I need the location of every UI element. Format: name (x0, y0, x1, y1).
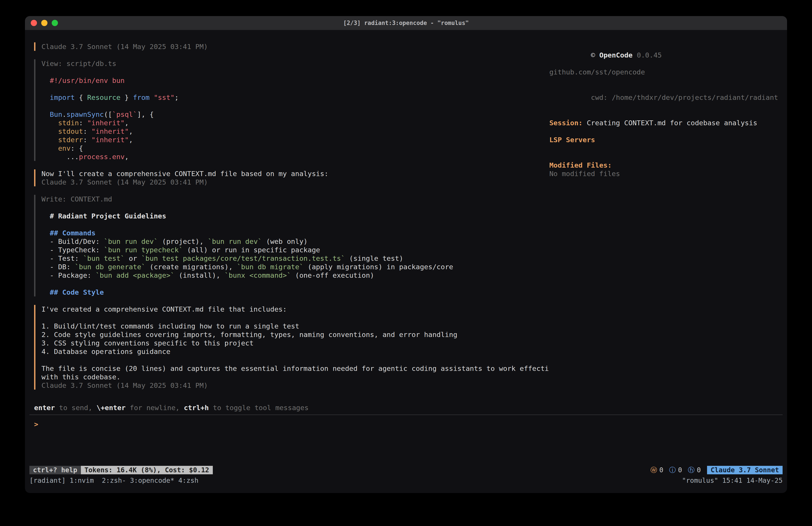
diagnostic-hints: ⓗ0 (688, 466, 701, 474)
session-info: Session: Creating CONTEXT.md for codebas… (549, 118, 778, 127)
close-button[interactable] (31, 20, 37, 26)
chat-line (41, 85, 549, 93)
hints-count: 0 (697, 466, 701, 474)
chat-line: - DB: `bun db generate` (create migratio… (41, 262, 549, 271)
chat-line: 2. Code style guidelines covering import… (41, 330, 549, 339)
chat-line: Claude 3.7 Sonnet (14 May 2025 03:41 PM) (41, 178, 549, 186)
chat-line: - Test: `bun test` or `bun test packages… (41, 254, 549, 262)
chat-line: ## Commands (41, 229, 549, 237)
prompt-chevron: > (34, 420, 38, 428)
session-title: Creating CONTEXT.md for codebase analysi… (587, 119, 757, 127)
chat-line: View: script/db.ts (41, 59, 549, 68)
chat-line: The file is concise (20 lines) and captu… (41, 364, 549, 373)
message-block: I've created a comprehensive CONTEXT.md … (34, 305, 549, 389)
chat-line: stdout: "inherit", (41, 127, 549, 136)
status-bar: ctrl+? help Tokens: 16.4K (8%), Cost: $0… (29, 466, 783, 474)
app-name: OpenCode (599, 51, 633, 59)
chat-line: I've created a comprehensive CONTEXT.md … (41, 305, 549, 313)
opencode-app: Claude 3.7 Sonnet (14 May 2025 03:41 PM)… (29, 30, 783, 403)
chat-line (41, 280, 549, 288)
chat-line (41, 203, 549, 212)
model-chip[interactable]: Claude 3.7 Sonnet (707, 466, 783, 474)
cwd-path: /home/thdxr/dev/projects/radiant/radiant (612, 94, 778, 101)
tmux-window-list[interactable]: [radiant] 1:nvim 2:zsh- 3:opencode* 4:zs… (29, 477, 199, 484)
tmux-status-bar: [radiant] 1:nvim 2:zsh- 3:opencode* 4:zs… (29, 476, 783, 485)
chat-line: stdin: "inherit", (41, 118, 549, 127)
chat-line: ## Code Style (41, 288, 549, 296)
minimize-button[interactable] (41, 20, 47, 26)
chat-line: import { Resource } from "sst"; (41, 93, 549, 102)
tmux-session-info: "romulus" 15:41 14-May-25 (682, 477, 783, 484)
warnings-count: 0 (659, 466, 663, 474)
app-header: ©OpenCode0.0.45 (549, 42, 778, 68)
message-input[interactable]: > (29, 415, 783, 465)
chat-line: - TypeCheck: `bun run typecheck` (all) o… (41, 246, 549, 254)
chat-line: # Radiant Project Guidelines (41, 212, 549, 220)
info-count: 0 (678, 466, 682, 474)
chat-line: #!/usr/bin/env bun (41, 76, 549, 85)
input-help: enter to send, \+enter for newline, ctrl… (29, 403, 783, 412)
chat-messages: Claude 3.7 Sonnet (14 May 2025 03:41 PM)… (34, 42, 549, 389)
tool-block: View: script/db.ts #!/usr/bin/env bun im… (34, 59, 549, 161)
traffic-lights (31, 20, 58, 26)
diagnostic-warnings: ⓦ0 (650, 466, 663, 474)
chat-line: 3. CSS styling conventions specific to t… (41, 339, 549, 347)
chat-line: Claude 3.7 Sonnet (14 May 2025 03:41 PM) (41, 42, 549, 51)
terminal-content: Claude 3.7 Sonnet (14 May 2025 03:41 PM)… (25, 30, 787, 493)
chat-line (41, 313, 549, 322)
sidebar: ©OpenCode0.0.45 github.com/sst/opencode … (549, 30, 783, 403)
zoom-button[interactable] (52, 20, 58, 26)
copyright-icon: © (591, 51, 595, 59)
tokens-cost-chip: Tokens: 16.4K (8%), Cost: $0.12 (81, 466, 213, 474)
cwd: cwd:/home/thdxr/dev/projects/radiant/rad… (549, 85, 778, 110)
diagnostics: ⓦ0ⓘ0ⓗ0 (650, 466, 701, 474)
chat-pane[interactable]: Claude 3.7 Sonnet (14 May 2025 03:41 PM)… (29, 30, 549, 403)
app-version: 0.0.45 (637, 51, 662, 59)
modified-files-label: Modified Files: (549, 161, 778, 169)
chat-line: Bun.spawnSync([`psql`], { (41, 110, 549, 118)
chat-line: - Build/Dev: `bun run dev` (project), `b… (41, 237, 549, 246)
chat-line (41, 220, 549, 229)
lsp-servers-label: LSP Servers (549, 136, 778, 144)
chat-line: Now I'll create a comprehensive CONTEXT.… (41, 169, 549, 178)
chat-line (41, 102, 549, 110)
window-titlebar[interactable]: [2/3] radiant:3:opencode - "romulus" (25, 16, 787, 30)
chat-line: 1. Build/lint/test commands including ho… (41, 322, 549, 330)
session-label: Session: (549, 119, 582, 127)
window-title: [2/3] radiant:3:opencode - "romulus" (343, 19, 469, 26)
chat-line: Write: CONTEXT.md (41, 195, 549, 203)
message-block: Now I'll create a comprehensive CONTEXT.… (34, 169, 549, 186)
chat-line: stderr: "inherit", (41, 136, 549, 144)
modified-files-empty: No modified files (549, 169, 778, 178)
chat-line: 4. Database operations guidance (41, 347, 549, 356)
repo-link[interactable]: github.com/sst/opencode (549, 68, 778, 76)
help-chip[interactable]: ctrl+? help (29, 466, 81, 474)
message-header-block: Claude 3.7 Sonnet (14 May 2025 03:41 PM) (34, 42, 549, 51)
cwd-label: cwd: (591, 94, 608, 101)
chat-line (41, 68, 549, 76)
chat-line: with this codebase. (41, 373, 549, 381)
chat-line: Claude 3.7 Sonnet (14 May 2025 03:41 PM) (41, 381, 549, 389)
chat-line: - Package: `bun add <package>` (install)… (41, 271, 549, 280)
warnings-icon: ⓦ (650, 466, 657, 474)
terminal-window: [2/3] radiant:3:opencode - "romulus" Cla… (25, 16, 787, 493)
chat-line: env: { (41, 144, 549, 153)
info-icon: ⓘ (669, 466, 676, 474)
chat-line: ...process.env, (41, 153, 549, 161)
tool-block: Write: CONTEXT.md # Radiant Project Guid… (34, 195, 549, 296)
diagnostic-info: ⓘ0 (669, 466, 682, 474)
hints-icon: ⓗ (688, 466, 695, 474)
chat-line (41, 356, 549, 364)
